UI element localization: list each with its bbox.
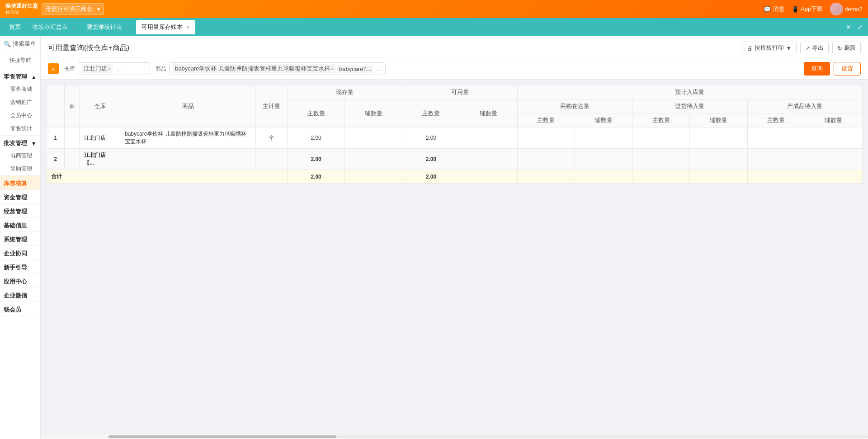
content-area: 可用量查询(按仓库+商品) 🖨 按模板打印 ▼ ↗ 导出 ↻ 刷新 » bbox=[41, 36, 868, 439]
warehouse-filter-input[interactable]: 江北门店 × ... bbox=[78, 62, 150, 75]
sidebar-item-retail-stats[interactable]: 零售统计 bbox=[0, 122, 40, 135]
sidebar-section-finance-header[interactable]: 资金管理 bbox=[0, 190, 40, 203]
cell-inbound-main-1 bbox=[632, 127, 690, 149]
sidebar-item-marketing[interactable]: 营销推广 bbox=[0, 96, 40, 109]
chevron-down-icon: ▼ bbox=[786, 45, 792, 52]
message-label: 消息 bbox=[773, 5, 784, 13]
sidebar: 🔍 搜索菜单 快捷导航 零售管理 ▲ 零售商城 营销推广 会员中心 零售统计 批… bbox=[0, 36, 41, 439]
sidebar-section-inventory: 库存核算 bbox=[0, 176, 40, 190]
th-stock-main: 主数量 bbox=[288, 99, 345, 127]
refresh-icon: ↻ bbox=[837, 45, 842, 52]
sidebar-search[interactable]: 🔍 搜索菜单 bbox=[0, 36, 40, 52]
chevron-up-icon: ▲ bbox=[31, 74, 37, 80]
sidebar-section-wechat-label: 企业微信 bbox=[4, 292, 27, 300]
settings-btn[interactable]: 设置 bbox=[834, 62, 861, 76]
sidebar-section-enterprise: 企业协同 bbox=[0, 246, 40, 260]
warehouse-filter-dots[interactable]: ... bbox=[116, 66, 121, 72]
product-filter-input[interactable]: babycare学饮杯 儿童防摔防撞吸管杯重力球吸嘴杯宝宝水杯 × babyca… bbox=[169, 62, 386, 75]
sidebar-item-quick-nav[interactable]: 快捷导航 bbox=[2, 54, 38, 67]
sidebar-section-wholesale: 批发管理 ▼ 电商管理 采购管理 bbox=[0, 136, 40, 176]
bottom-scroll[interactable] bbox=[41, 434, 868, 439]
top-bar-right: 💬 消息 📱 App下载 demo2 bbox=[764, 3, 863, 15]
sidebar-section-inventory-header[interactable]: 库存核算 bbox=[0, 176, 40, 189]
sidebar-section-enterprise-header[interactable]: 企业协同 bbox=[0, 246, 40, 260]
total-finished-main bbox=[747, 170, 805, 184]
settings-icon[interactable]: ⚙ bbox=[69, 103, 75, 110]
table-container[interactable]: ⚙ 仓库 商品 主计量 现存量 bbox=[41, 80, 868, 434]
warehouse-tag-value: 江北门店 bbox=[84, 65, 107, 73]
cell-finished-main-1 bbox=[747, 127, 805, 149]
tab-home[interactable]: 首页 bbox=[4, 20, 26, 34]
sidebar-item-members[interactable]: 会员中心 bbox=[0, 109, 40, 122]
logo-sub: 标准版 bbox=[5, 9, 38, 15]
sidebar-item-ecommerce[interactable]: 电商管理 bbox=[0, 149, 40, 162]
cell-index-2: 2 bbox=[47, 149, 65, 170]
sidebar-section-system: 系统管理 bbox=[0, 232, 40, 246]
product-tag1-close[interactable]: × bbox=[331, 66, 334, 71]
sidebar-section-finance-label: 资金管理 bbox=[4, 194, 27, 202]
cell-settings-1 bbox=[65, 127, 80, 149]
th-warehouse: 仓库 bbox=[80, 85, 120, 127]
sidebar-section-operations-header[interactable]: 经营管理 bbox=[0, 204, 40, 217]
product-filter-tag1: babycare学饮杯 儿童防摔防撞吸管杯重力球吸嘴杯宝宝水杯 × bbox=[173, 64, 335, 73]
sidebar-section-system-header[interactable]: 系统管理 bbox=[0, 232, 40, 245]
th-settings[interactable]: ⚙ bbox=[65, 85, 80, 127]
page-title: 可用量查询(按仓库+商品) bbox=[48, 43, 129, 53]
cell-avail-aux-2 bbox=[460, 149, 517, 170]
sidebar-section-newbie: 新手引导 bbox=[0, 260, 40, 274]
table-row: 1 江北门店 babycare学饮杯 儿童防摔防撞吸管杯重力球吸嘴杯宝宝水杯 个… bbox=[47, 127, 863, 149]
export-btn[interactable]: ↗ 导出 bbox=[800, 42, 829, 54]
tab-receipts-close[interactable]: × bbox=[71, 24, 75, 30]
sidebar-section-wholesale-header[interactable]: 批发管理 ▼ bbox=[0, 136, 40, 149]
user-profile[interactable]: demo2 bbox=[830, 3, 863, 15]
nav-tabs: 首页 收发存汇总表 × 要货单统计表 × 可用量库存账本 × × ⤢ bbox=[0, 18, 868, 36]
sidebar-item-purchase[interactable]: 采购管理 bbox=[0, 162, 40, 175]
tab-order-stats-label: 要货单统计表 bbox=[87, 23, 122, 31]
th-purchase-transit: 采购在途量 bbox=[517, 99, 632, 113]
cell-inbound-aux-1 bbox=[690, 127, 747, 149]
expand-btn[interactable]: ⤢ bbox=[855, 24, 864, 31]
sidebar-section-finance: 资金管理 bbox=[0, 190, 40, 204]
close-all-tabs-btn[interactable]: × bbox=[842, 23, 854, 32]
sidebar-item-retail-mall[interactable]: 零售商城 bbox=[0, 83, 40, 96]
tab-receipts[interactable]: 收发存汇总表 × bbox=[27, 20, 80, 34]
product-filter-tag2: babycare?... bbox=[337, 65, 373, 73]
total-stock-main: 2.00 bbox=[288, 170, 345, 184]
sidebar-section-retail-header[interactable]: 零售管理 ▲ bbox=[0, 69, 40, 83]
print-icon: 🖨 bbox=[747, 45, 753, 52]
tab-order-stats[interactable]: 要货单统计表 × bbox=[81, 20, 135, 34]
logo: 畅捷通好生意 标准版 bbox=[5, 3, 38, 15]
sidebar-section-member-header[interactable]: 畅会员 bbox=[0, 302, 40, 316]
product-filter-dots[interactable]: ... bbox=[377, 66, 382, 72]
sidebar-section-basic-header[interactable]: 基础信息 bbox=[0, 218, 40, 231]
refresh-btn[interactable]: ↻ 刷新 bbox=[832, 42, 861, 54]
sidebar-section-newbie-header[interactable]: 新手引导 bbox=[0, 260, 40, 274]
sidebar-section-enterprise-label: 企业协同 bbox=[4, 250, 27, 258]
app-download-btn[interactable]: 📱 App下载 bbox=[792, 5, 823, 13]
scroll-thumb[interactable] bbox=[108, 435, 336, 438]
sidebar-section-apps-header[interactable]: 应用中心 bbox=[0, 274, 40, 288]
top-bar-left: 畅捷通好生意 标准版 母婴行业演示账套 ▼ bbox=[5, 3, 104, 15]
tab-order-stats-close[interactable]: × bbox=[125, 24, 129, 30]
sidebar-section-wechat: 企业微信 bbox=[0, 288, 40, 302]
warehouse-tag-close[interactable]: × bbox=[108, 66, 111, 71]
template-print-label: 按模板打印 bbox=[755, 44, 784, 52]
total-transit-main bbox=[517, 170, 575, 184]
tab-available-stock[interactable]: 可用量库存账本 × bbox=[136, 20, 195, 34]
query-btn[interactable]: 查询 bbox=[804, 62, 830, 76]
cell-transit-aux-1 bbox=[575, 127, 632, 149]
industry-selector[interactable]: 母婴行业演示账套 ▼ bbox=[42, 3, 104, 15]
sidebar-section-apps: 应用中心 bbox=[0, 274, 40, 288]
industry-label: 母婴行业演示账套 bbox=[46, 5, 93, 12]
sidebar-section-retail-label: 零售管理 bbox=[4, 73, 27, 81]
th-avail-main: 主数量 bbox=[402, 99, 460, 127]
sidebar-section-wechat-header[interactable]: 企业微信 bbox=[0, 288, 40, 302]
page-actions: 🖨 按模板打印 ▼ ↗ 导出 ↻ 刷新 bbox=[742, 42, 861, 54]
filter-expand-btn[interactable]: » bbox=[48, 63, 59, 74]
template-print-btn[interactable]: 🖨 按模板打印 ▼ bbox=[742, 42, 797, 54]
message-btn[interactable]: 💬 消息 bbox=[764, 5, 784, 13]
sidebar-section-member: 畅会员 bbox=[0, 302, 40, 316]
total-stock-aux bbox=[345, 170, 402, 184]
th-current-stock: 现存量 bbox=[288, 85, 402, 99]
tab-available-stock-close[interactable]: × bbox=[185, 24, 190, 30]
